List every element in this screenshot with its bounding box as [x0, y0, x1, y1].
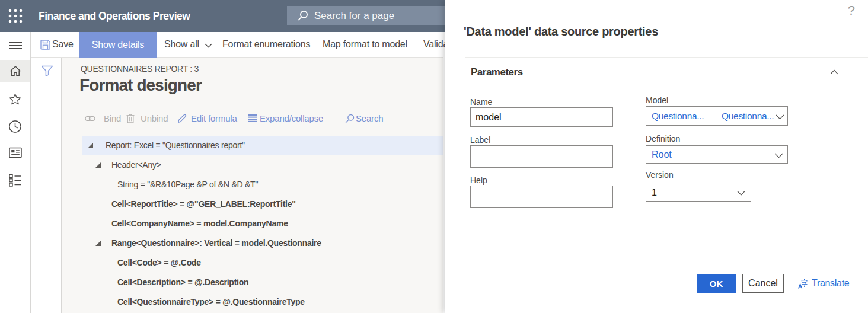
- tree-row-report[interactable]: Report: Excel = "Questionnaires report": [82, 136, 443, 155]
- label-field[interactable]: [470, 145, 613, 168]
- tree-row-label: String = "&R&10Page &P of &N &D &T": [82, 175, 443, 194]
- sidebar-item-workspaces[interactable]: [0, 146, 30, 159]
- hamburger-icon: [9, 42, 22, 49]
- map-format-to-model-button[interactable]: Map format to model: [323, 32, 407, 57]
- label-field-label: Label: [470, 135, 490, 145]
- filter-funnel-icon[interactable]: [41, 65, 53, 77]
- tree-row-companyname[interactable]: Cell<CompanyName> = model.CompanyName: [82, 214, 443, 234]
- bind-link-icon: [85, 115, 95, 122]
- help-field[interactable]: [470, 186, 613, 208]
- save-label: Save: [52, 39, 74, 50]
- expand-collapse-button[interactable]: Expand/collapse: [248, 111, 323, 125]
- version-value: 1: [652, 187, 657, 198]
- edit-formula-label: Edit formula: [191, 113, 237, 123]
- hamburger-menu-button[interactable]: [0, 42, 30, 49]
- definition-field-label: Definition: [646, 134, 680, 143]
- tree-row-label: Cell<CompanyName> = model.CompanyName: [82, 214, 443, 234]
- model-field-label: Model: [646, 95, 668, 105]
- home-icon: [9, 65, 22, 78]
- format-structure-tree: Report: Excel = "Questionnaires report" …: [82, 136, 443, 312]
- tree-row-label: Header<Any>: [82, 155, 443, 175]
- search-icon: [345, 114, 355, 123]
- tree-row-label: Cell<Description> = @.Description: [82, 273, 443, 292]
- model-value-description: Questionna...: [722, 111, 774, 122]
- filter-strip: [31, 58, 62, 313]
- unbind-label: Unbind: [141, 113, 168, 123]
- definition-dropdown[interactable]: Root: [646, 145, 788, 164]
- expand-collapse-icon: [248, 114, 257, 122]
- tree-row-label: Cell<QuestionnaireType> = @.Questionnair…: [82, 292, 443, 312]
- workspace-icon: [9, 146, 22, 159]
- format-enumerations-label: Format enumerations: [222, 39, 310, 50]
- tree-search-label: Search: [356, 113, 383, 123]
- page-title: Format designer: [79, 76, 202, 95]
- expand-collapse-label: Expand/collapse: [260, 113, 323, 123]
- name-field-label: Name: [470, 97, 492, 107]
- sidebar-item-home[interactable]: [0, 60, 30, 82]
- tree-row-label: Cell<ReportTitle> = @"GER_LABEL:ReportTi…: [82, 194, 443, 214]
- sidebar-item-recent[interactable]: [0, 120, 30, 133]
- tree-row-header[interactable]: Header<Any>: [82, 155, 443, 175]
- unbind-button[interactable]: Unbind: [126, 111, 168, 125]
- chevron-up-icon[interactable]: [830, 69, 838, 75]
- version-field-label: Version: [646, 170, 674, 180]
- tree-row-label: Cell<Code> = @.Code: [82, 253, 443, 273]
- map-format-to-model-label: Map format to model: [323, 39, 407, 50]
- search-icon: [297, 10, 308, 21]
- tree-row-label: Range<Questionnaire>: Vertical = model.Q…: [82, 234, 443, 253]
- unbind-trash-icon: [126, 114, 135, 123]
- cancel-button[interactable]: Cancel: [742, 274, 784, 293]
- modules-icon: [9, 174, 22, 187]
- clock-icon: [8, 120, 22, 133]
- chevron-down-icon: [776, 114, 784, 120]
- tree-search-button[interactable]: Search: [345, 111, 383, 125]
- show-details-label: Show details: [92, 40, 144, 50]
- translate-button[interactable]: Translate: [798, 274, 849, 292]
- translate-icon: [798, 279, 808, 289]
- show-details-button[interactable]: Show details: [79, 32, 157, 58]
- format-designer-page: QUESTIONNAIRES REPORT : 3 Format designe…: [62, 58, 443, 313]
- expanded-triangle-icon[interactable]: [95, 241, 101, 246]
- tree-row-description[interactable]: Cell<Description> = @.Description: [82, 273, 443, 292]
- edit-formula-button[interactable]: Edit formula: [177, 111, 237, 125]
- tree-row-questionnairetype[interactable]: Cell<QuestionnaireType> = @.Questionnair…: [82, 292, 443, 312]
- name-field[interactable]: [470, 107, 613, 127]
- save-icon: [40, 40, 50, 50]
- model-dropdown[interactable]: Questionna... Questionna...: [646, 106, 788, 126]
- chevron-down-icon: [737, 191, 745, 196]
- translate-label: Translate: [812, 278, 849, 289]
- page-caption: QUESTIONNAIRES REPORT : 3: [81, 64, 199, 74]
- sidebar-item-favorites[interactable]: [0, 92, 30, 106]
- data-source-properties-dialog: ? 'Data model' data source properties Pa…: [445, 0, 868, 313]
- chevron-down-icon: [774, 153, 783, 158]
- expanded-triangle-icon[interactable]: [95, 162, 101, 168]
- format-enumerations-button[interactable]: Format enumerations: [222, 32, 310, 57]
- version-dropdown[interactable]: 1: [646, 184, 751, 202]
- tree-row-label: Report: Excel = "Questionnaires report": [82, 136, 443, 155]
- help-field-label: Help: [470, 175, 487, 185]
- bind-label: Bind: [104, 113, 121, 123]
- sidebar-item-modules[interactable]: [0, 174, 30, 187]
- star-icon: [8, 92, 22, 106]
- show-all-dropdown[interactable]: Show all: [164, 32, 212, 57]
- tree-row-range-questionnaire[interactable]: Range<Questionnaire>: Vertical = model.Q…: [82, 234, 443, 253]
- ok-button[interactable]: OK: [697, 274, 736, 293]
- dialog-separator: [465, 57, 868, 58]
- nav-rail: [0, 32, 31, 313]
- help-icon[interactable]: ?: [848, 3, 855, 18]
- pencil-icon: [177, 113, 187, 123]
- expanded-triangle-icon[interactable]: [88, 143, 93, 148]
- tree-row-code[interactable]: Cell<Code> = @.Code: [82, 253, 443, 273]
- tree-row-string[interactable]: String = "&R&10Page &P of &N &D &T": [82, 175, 443, 194]
- save-button[interactable]: Save: [40, 32, 74, 57]
- dialog-title: 'Data model' data source properties: [464, 25, 658, 39]
- model-value-name: Questionna...: [652, 111, 704, 122]
- parameters-section-header: Parameters: [471, 66, 523, 78]
- show-all-label: Show all: [164, 39, 199, 50]
- app-title: Finance and Operations Preview: [39, 0, 190, 32]
- chevron-down-icon: [205, 43, 212, 48]
- tree-row-reporttitle[interactable]: Cell<ReportTitle> = @"GER_LABEL:ReportTi…: [82, 194, 443, 214]
- waffle-menu-icon[interactable]: [8, 8, 23, 24]
- definition-value: Root: [652, 149, 672, 160]
- bind-button[interactable]: Bind: [85, 111, 121, 125]
